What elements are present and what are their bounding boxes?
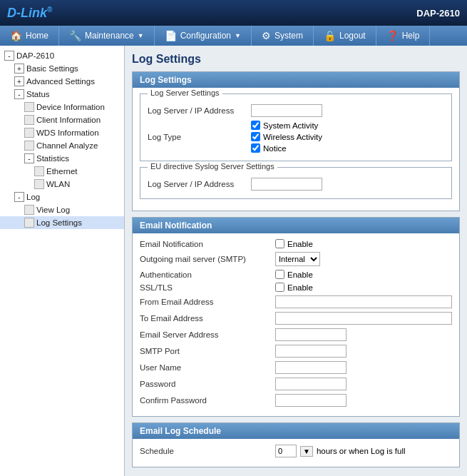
to-email-label: To Email Address <box>140 314 275 323</box>
sidebar-item-advanced-settings[interactable]: + Advanced Settings <box>0 75 124 88</box>
ssl-checkbox[interactable] <box>275 283 284 292</box>
sidebar-log-label: Log <box>26 193 40 201</box>
sidebar-item-log-settings[interactable]: Log Settings <box>0 216 124 229</box>
sidebar-item-view-log[interactable]: View Log <box>0 203 124 216</box>
sidebar-item-channel-analyze[interactable]: Channel Analyze <box>0 139 124 152</box>
to-email-input[interactable] <box>275 312 452 325</box>
log-settings-body: Log Server Settings Log Server / IP Addr… <box>133 88 459 211</box>
sidebar-item-wds-info[interactable]: WDS Information <box>0 126 124 139</box>
schedule-suffix: hours or when Log is full <box>317 447 406 455</box>
maintenance-icon: 🔧 <box>69 30 81 41</box>
log-type-checkboxes: System Activity Wireless Activity Notice <box>251 121 322 153</box>
username-row: User Name <box>140 361 452 374</box>
email-notification-enable-label: Enable <box>287 240 313 248</box>
sidebar-client-info-label: Client Information <box>36 116 101 124</box>
sidebar-item-log[interactable]: - Log <box>0 191 124 203</box>
wireless-activity-row: Wireless Activity <box>251 132 322 141</box>
nav-system[interactable]: ⚙ System <box>252 26 314 46</box>
username-input[interactable] <box>275 361 347 374</box>
logo-tm: ® <box>47 6 52 14</box>
doc-icon <box>24 218 34 228</box>
schedule-input-group: ▼ hours or when Log is full <box>275 445 406 457</box>
nav-help-label: Help <box>402 31 420 41</box>
wireless-activity-checkbox[interactable] <box>251 132 260 141</box>
sidebar-item-ethernet[interactable]: Ethernet <box>0 165 124 178</box>
email-notification-header: Email Notification <box>133 218 459 233</box>
sidebar-item-dap2610[interactable]: - DAP-2610 <box>0 49 124 62</box>
outgoing-smtp-row: Outgoing mail server (SMTP) Internal Ext… <box>140 252 452 266</box>
nav-logout[interactable]: 🔒 Logout <box>314 26 376 46</box>
ssl-row: SSL/TLS Enable <box>140 283 452 292</box>
email-log-schedule-section: Email Log Schedule Schedule ▼ hours or w… <box>132 422 460 467</box>
ssl-enable-label: Enable <box>287 283 313 292</box>
sidebar-log-settings-label: Log Settings <box>36 218 82 227</box>
sidebar-dap2610-label: DAP-2610 <box>16 51 54 60</box>
email-notification-label: Email Notification <box>140 240 275 248</box>
sidebar-item-wlan[interactable]: WLAN <box>0 178 124 191</box>
server-address-label: Email Server Address <box>140 330 275 339</box>
password-input[interactable] <box>275 378 347 390</box>
nav-system-label: System <box>274 31 303 41</box>
outgoing-smtp-select[interactable]: Internal External <box>275 252 320 266</box>
smtp-port-input[interactable] <box>275 345 347 358</box>
sidebar-item-device-info[interactable]: Device Information <box>0 101 124 113</box>
nav-home[interactable]: 🏠 Home <box>0 26 59 46</box>
email-log-schedule-body: Schedule ▼ hours or when Log is full <box>133 439 459 467</box>
auth-label: Authentication <box>140 270 275 279</box>
sidebar-item-basic-settings[interactable]: + Basic Settings <box>0 62 124 75</box>
home-icon: 🏠 <box>10 30 22 41</box>
sidebar-advanced-settings-label: Advanced Settings <box>26 77 95 86</box>
sidebar-item-client-info[interactable]: Client Information <box>0 113 124 126</box>
logout-icon: 🔒 <box>324 30 336 41</box>
log-server-row: Log Server / IP Address <box>148 104 444 117</box>
log-server-group: Log Server Settings Log Server / IP Addr… <box>140 93 452 161</box>
nav-maintenance[interactable]: 🔧 Maintenance ▼ <box>59 26 155 46</box>
sidebar-wlan-label: WLAN <box>46 180 70 188</box>
confirm-password-label: Confirm Password <box>140 396 275 405</box>
page-title: Log Settings <box>132 53 460 66</box>
schedule-label: Schedule <box>140 447 275 455</box>
sidebar-status-label: Status <box>26 90 50 98</box>
sidebar-item-status[interactable]: - Status <box>0 88 124 101</box>
eu-syslog-legend: EU directive Syslog Server Settings <box>148 162 277 171</box>
log-server-input[interactable] <box>251 104 322 117</box>
from-email-input[interactable] <box>275 295 452 308</box>
help-icon: ❓ <box>386 30 399 41</box>
sidebar: - DAP-2610 + Basic Settings + Advanced S… <box>0 46 125 476</box>
confirm-password-input[interactable] <box>275 394 347 407</box>
eu-syslog-group: EU directive Syslog Server Settings Log … <box>140 167 452 199</box>
schedule-dropdown-arrow[interactable]: ▼ <box>300 446 313 457</box>
nav-logout-label: Logout <box>339 31 366 41</box>
schedule-row: Schedule ▼ hours or when Log is full <box>140 445 452 457</box>
doc-icon <box>34 166 44 176</box>
nav-configuration[interactable]: 📄 Configuration ▼ <box>155 26 252 46</box>
log-type-row: Log Type System Activity Wireless Activi… <box>148 121 444 153</box>
ssl-label: SSL/TLS <box>140 283 275 292</box>
eu-server-row: Log Server / IP Address <box>148 178 444 191</box>
outgoing-smtp-label: Outgoing mail server (SMTP) <box>140 255 275 263</box>
model-name: DAP-2610 <box>416 8 460 19</box>
confirm-password-row: Confirm Password <box>140 394 452 407</box>
system-activity-checkbox[interactable] <box>251 121 260 130</box>
from-email-row: From Email Address <box>140 295 452 308</box>
expand-icon: - <box>14 192 24 202</box>
password-row: Password <box>140 378 452 390</box>
log-type-label: Log Type <box>148 133 251 141</box>
sidebar-item-statistics[interactable]: - Statistics <box>0 152 124 165</box>
email-notification-checkbox[interactable] <box>275 239 284 248</box>
nav-config-label: Configuration <box>180 31 231 41</box>
eu-server-input[interactable] <box>251 178 322 191</box>
email-notification-row: Email Notification Enable <box>140 239 452 248</box>
log-server-label: Log Server / IP Address <box>148 106 251 115</box>
notice-checkbox[interactable] <box>251 143 260 153</box>
wireless-activity-label: Wireless Activity <box>263 133 322 141</box>
nav-help[interactable]: ❓ Help <box>376 26 431 46</box>
system-activity-row: System Activity <box>251 121 322 130</box>
smtp-port-label: SMTP Port <box>140 347 275 355</box>
doc-icon <box>24 141 34 151</box>
server-address-input[interactable] <box>275 328 347 341</box>
content-area: Log Settings Log Settings Log Server Set… <box>125 46 467 476</box>
auth-checkbox[interactable] <box>275 270 284 279</box>
doc-icon <box>34 179 44 189</box>
schedule-value-input[interactable] <box>275 445 297 457</box>
